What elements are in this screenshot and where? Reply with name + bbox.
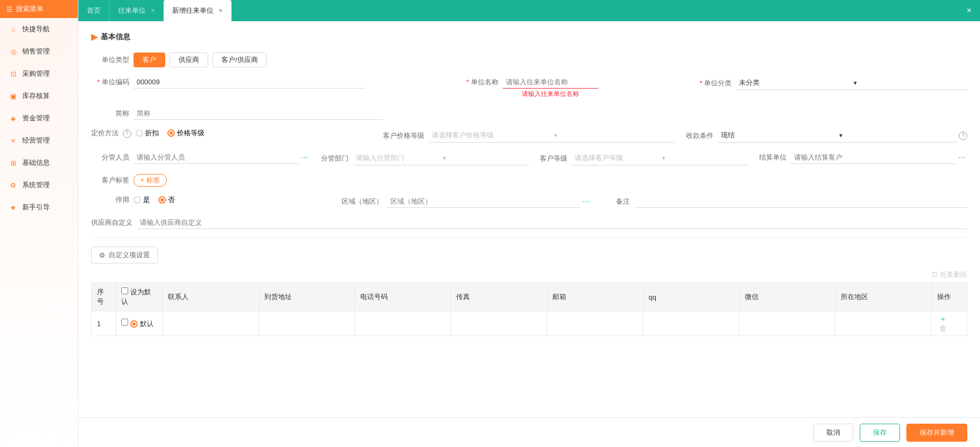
payment-terms-label: 收款条件 <box>675 131 718 141</box>
search-menu[interactable]: ☰ 搜索菜单 <box>0 0 78 18</box>
payment-terms-field: 收款条件 现结 ▼ ? <box>675 128 967 143</box>
row-default: 默认 <box>116 311 163 336</box>
col-contact: 联系人 <box>163 283 259 311</box>
cancel-button[interactable]: 取消 <box>813 424 853 442</box>
disabled-yes-circle <box>133 196 141 204</box>
pricing-method-label: 定价方法 ? <box>91 128 136 138</box>
customer-price-level-label: 客户价格等级 <box>383 131 429 141</box>
pricing-discount-circle <box>136 129 143 137</box>
disabled-yes-radio[interactable]: 是 <box>133 195 150 205</box>
save-button[interactable]: 保存 <box>860 424 900 442</box>
unit-name-field: * 单位名称 请输入往来单位名称 <box>365 76 693 99</box>
global-close-button[interactable]: × <box>958 6 980 15</box>
department-arrow-icon: ▼ <box>442 155 526 161</box>
sidebar-item-sales[interactable]: ◎ 销售管理 <box>0 40 78 63</box>
row-region-input[interactable] <box>841 320 925 328</box>
short-name-field: 简称 <box>91 107 383 120</box>
manager-row: 分管人员 ··· 分管部门 请输入分管部门 ▼ 客户等级 请选择客户等级 ▼ <box>91 151 967 165</box>
row-address-input[interactable] <box>264 320 349 328</box>
custom-settings-button[interactable]: ⚙ 自定义项设置 <box>91 247 158 264</box>
sidebar: ☰ 搜索菜单 ⌂ 快捷导航 ◎ 销售管理 ⊡ 采购管理 ▣ 库存核算 ◈ 资金管… <box>0 0 78 447</box>
department-label: 分管部门 <box>310 154 353 163</box>
unit-name-label: * 单位名称 <box>460 77 503 87</box>
customer-level-select[interactable]: 请选择客户等级 ▼ <box>572 151 749 165</box>
sidebar-item-guide[interactable]: ★ 新手引导 <box>0 196 78 218</box>
unit-code-input[interactable] <box>133 76 365 89</box>
supplier-custom-input[interactable] <box>137 216 967 229</box>
sidebar-item-inventory[interactable]: ▣ 库存核算 <box>0 85 78 107</box>
sidebar-item-finance[interactable]: ◈ 资金管理 <box>0 107 78 129</box>
unit-category-select[interactable]: 未分类 ▼ <box>736 76 967 90</box>
row-email-input[interactable] <box>553 320 637 328</box>
row-checkbox[interactable] <box>121 319 128 326</box>
tab-partners-close[interactable]: × <box>151 7 155 14</box>
manager-input[interactable] <box>133 151 299 164</box>
row-add-btn[interactable]: ＋ <box>939 314 947 323</box>
sidebar-item-purchase[interactable]: ⊡ 采购管理 <box>0 63 78 85</box>
customer-tag-row: 客户标签 + 标签 <box>91 174 967 187</box>
type-btn-customer[interactable]: 客户 <box>133 52 165 67</box>
price-level-arrow-icon: ▼ <box>553 133 672 138</box>
row-default-radio[interactable]: 默认 <box>130 319 154 329</box>
unit-name-input[interactable] <box>503 76 598 89</box>
disabled-no-radio[interactable]: 否 <box>158 195 175 205</box>
settlement-unit-input[interactable] <box>791 151 956 164</box>
tab-bar: 首页 往来单位 × 新增往来单位 × × <box>78 0 980 21</box>
shop-icon: ◎ <box>8 47 18 56</box>
add-tag-button[interactable]: + 标签 <box>133 174 167 187</box>
select-all-checkbox[interactable] <box>121 287 128 294</box>
row-email <box>547 311 643 336</box>
pricing-discount-radio[interactable]: 折扣 <box>136 128 159 138</box>
pricing-help-icon[interactable]: ? <box>123 129 131 138</box>
row-delete-btn[interactable]: 🗑 <box>939 324 947 332</box>
payment-terms-select[interactable]: 现结 ▼ <box>718 128 957 143</box>
row-fax-input[interactable] <box>456 320 541 328</box>
type-btn-both[interactable]: 客户/供应商 <box>212 52 267 67</box>
unit-type-buttons: 客户 供应商 客户/供应商 <box>133 52 267 67</box>
settings-icon: ⚙ <box>99 251 105 259</box>
region-input[interactable] <box>387 195 581 208</box>
row-phone-input[interactable] <box>360 320 445 328</box>
table-header-row: 序号 设为默认 联系人 到货地址 电话号码 传真 邮箱 qq 微信 所在地区 操… <box>92 283 967 311</box>
sidebar-item-basic[interactable]: ⊞ 基础信息 <box>0 152 78 174</box>
pricing-level-radio[interactable]: 价格等级 <box>167 128 204 138</box>
payment-terms-help-icon[interactable]: ? <box>959 132 967 140</box>
category-arrow-icon: ▼ <box>853 80 964 86</box>
col-phone: 电话号码 <box>354 283 450 311</box>
remark-label: 备注 <box>592 197 634 206</box>
manager-more-btn[interactable]: ··· <box>299 153 310 162</box>
main-area: 首页 往来单位 × 新增往来单位 × × ▶ 基本信息 单位类型 客户 供应商 … <box>78 0 980 447</box>
save-new-button[interactable]: 保存并新增 <box>906 424 967 442</box>
batch-delete-icon: ⊡ <box>932 270 938 278</box>
department-select[interactable]: 请输入分管部门 ▼ <box>353 151 530 165</box>
department-field: 分管部门 请输入分管部门 ▼ <box>310 151 530 165</box>
remark-input[interactable] <box>634 195 967 208</box>
customer-price-level-field: 客户价格等级 请选择客户价格等级 ▼ <box>383 128 675 143</box>
sidebar-item-system[interactable]: ⚙ 系统管理 <box>0 174 78 196</box>
row-wechat-input[interactable] <box>745 320 830 328</box>
row-qq-input[interactable] <box>648 320 733 328</box>
customer-price-level-select[interactable]: 请选择客户价格等级 ▼ <box>429 128 675 143</box>
short-name-input[interactable] <box>133 107 383 120</box>
unit-type-label: 单位类型 <box>91 55 133 65</box>
settlement-unit-more-btn[interactable]: ··· <box>956 153 967 162</box>
unit-type-row: 单位类型 客户 供应商 客户/供应商 <box>91 52 967 67</box>
sidebar-item-quick-nav[interactable]: ⌂ 快捷导航 <box>0 18 78 40</box>
tab-home[interactable]: 首页 <box>78 0 110 21</box>
disabled-radios: 是 否 <box>133 195 175 205</box>
gear-icon: ⚙ <box>8 180 18 190</box>
sidebar-item-operations[interactable]: ≡ 经营管理 <box>0 129 78 152</box>
tab-partners[interactable]: 往来单位 × <box>110 0 164 21</box>
unit-code-label: * 单位编码 <box>91 77 133 87</box>
pricing-level-circle <box>167 129 175 137</box>
supplier-custom-row: 供应商自定义 <box>91 216 967 229</box>
tab-new-partner[interactable]: 新增往来单位 × <box>164 0 231 21</box>
col-qq: qq <box>643 283 739 311</box>
type-btn-supplier[interactable]: 供应商 <box>170 52 208 67</box>
payment-terms-arrow-icon: ▼ <box>838 133 954 138</box>
region-more-btn[interactable]: ··· <box>581 197 592 206</box>
row-contact-input[interactable] <box>168 320 253 328</box>
supplier-custom-label: 供应商自定义 <box>91 218 137 227</box>
tab-new-partner-close[interactable]: × <box>219 7 222 14</box>
batch-delete-button[interactable]: ⊡ 批量删除 <box>91 270 967 279</box>
